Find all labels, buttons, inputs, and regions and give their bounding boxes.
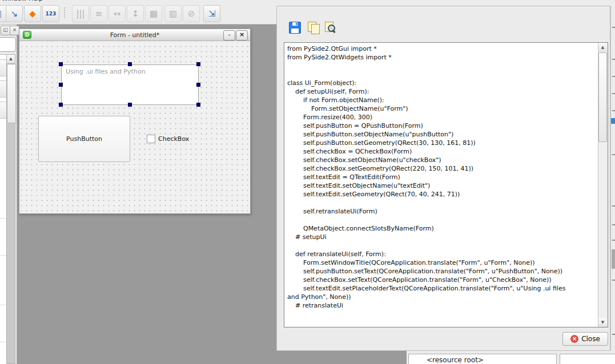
selection-handle[interactable] [196, 62, 200, 66]
widget-box-row-divider [0, 255, 6, 256]
widget-box-scrollbar[interactable]: ▲ [6, 54, 15, 364]
widget-box-filter-input[interactable] [0, 37, 16, 52]
layout-grid-button: ▦ [145, 5, 162, 22]
selection-handle[interactable] [196, 103, 200, 107]
tick-mark [612, 154, 615, 155]
main-toolbar: ▯↘◆123|||≡↔↕▦▥⊘⇲ [0, 3, 268, 25]
scrollbar-thumb[interactable] [612, 249, 615, 269]
find-icon[interactable] [325, 22, 337, 34]
tick-mark [612, 280, 615, 281]
checkbox-widget[interactable]: CheckBox [147, 127, 204, 151]
selected-row-edge [611, 118, 615, 124]
tick-mark [612, 110, 615, 111]
selection-handle[interactable] [59, 62, 63, 66]
selection-handle[interactable] [128, 62, 132, 66]
form-designer-window: D Form - untitled* - × Using .ui files a… [19, 29, 251, 214]
tick-mark [612, 93, 615, 94]
tick-mark [612, 224, 615, 225]
scrollbar-thumb[interactable] [7, 64, 16, 123]
checkbox-indicator[interactable] [147, 135, 155, 143]
scroll-down-icon[interactable]: ▼ [598, 318, 607, 327]
layout-horizontally-button: ||| [72, 5, 89, 22]
tick-mark [612, 59, 615, 60]
edit-tab-order-button[interactable]: 123 [42, 5, 59, 22]
widget-box-row-divider [0, 218, 6, 219]
resource-detail-pane[interactable] [560, 354, 615, 364]
widget-box-float-button[interactable]: ◱ [1, 26, 10, 35]
code-view[interactable]: from PySide2.QtGui import * from PySide2… [284, 42, 608, 327]
layout-vertically-button: ≡ [90, 5, 107, 22]
adjust-size-button[interactable]: ⇲ [203, 5, 220, 22]
widget-box-list[interactable] [0, 54, 6, 364]
scrollbar-thumb[interactable] [598, 52, 607, 142]
scroll-up-icon[interactable]: ▲ [598, 43, 607, 52]
close-icon: × [570, 335, 578, 343]
layout-vertical-splitter-button: ↕ [127, 5, 144, 22]
scroll-up-icon[interactable]: ▲ [7, 55, 15, 64]
resource-root-item[interactable]: <resource root> [427, 356, 484, 364]
close-dialog-button[interactable]: × Close [562, 332, 608, 346]
tick-mark [612, 27, 615, 28]
edit-buddies-button[interactable]: ◆ [24, 5, 41, 22]
checkbox-label: CheckBox [158, 135, 189, 143]
tick-mark [612, 76, 615, 77]
form-window-title: Form - untitled* [19, 29, 250, 41]
resource-tree[interactable]: <resource root> [408, 354, 557, 364]
layout-horizontal-splitter-button: ↔ [108, 5, 126, 22]
copy-icon[interactable] [308, 22, 320, 34]
code-scrollbar[interactable]: ▲ ▼ [598, 43, 608, 327]
code-preview-dialog: from PySide2.QtGui import * from PySide2… [276, 6, 610, 351]
textedit-widget[interactable]: Using .ui files and Python [61, 64, 199, 105]
menu-window[interactable]: Window [2, 0, 26, 2]
code-text[interactable]: from PySide2.QtGui import * from PySide2… [287, 45, 565, 310]
form-canvas[interactable]: Using .ui files and Python PushButton Ch… [21, 42, 250, 213]
menu-help[interactable]: Help [29, 0, 43, 2]
save-icon[interactable] [289, 22, 302, 34]
pushbutton-widget[interactable]: PushButton [38, 116, 130, 162]
property-editor-edge [610, 6, 615, 353]
selection-handle[interactable] [196, 83, 200, 87]
close-window-button[interactable]: × [236, 30, 248, 41]
break-layout-button: ⊘ [183, 5, 200, 22]
widget-box-panel: ◱ × ▲ [0, 25, 17, 364]
selection-handle[interactable] [59, 103, 63, 107]
widget-box-row-divider [0, 342, 6, 342]
close-button-label: Close [581, 335, 600, 343]
selection-handle[interactable] [59, 83, 63, 87]
tick-mark [612, 334, 615, 335]
toolbar-separator [64, 7, 65, 19]
qt-designer-screen: Window Help ▯↘◆123|||≡↔↕▦▥⊘⇲ ◱ × ▲ D For… [0, 0, 615, 364]
tick-mark [612, 240, 615, 241]
selection-handle[interactable] [128, 103, 132, 107]
form-window-titlebar[interactable]: D Form - untitled* - × [19, 29, 250, 41]
edit-signals-slots-button[interactable]: ↘ [6, 5, 23, 22]
resource-browser-panel: <resource root> [407, 351, 615, 364]
widget-box-close-button[interactable]: × [10, 26, 19, 35]
form-window-icon: D [23, 31, 31, 39]
widget-box-row-divider [0, 305, 6, 305]
minimize-button[interactable]: - [223, 30, 235, 41]
tick-mark [612, 205, 615, 207]
layout-form-button: ▥ [164, 5, 182, 22]
